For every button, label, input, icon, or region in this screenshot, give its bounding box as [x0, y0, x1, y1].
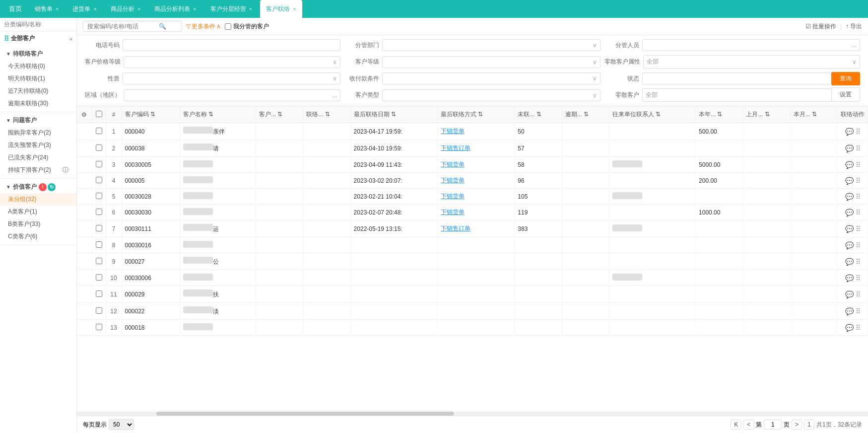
retail-select[interactable]: 全部 ∨	[642, 88, 860, 102]
message-icon[interactable]: 💬	[845, 225, 854, 233]
check-cell[interactable]	[92, 220, 106, 237]
query-button[interactable]: 查询	[831, 72, 860, 85]
close-icon[interactable]: ×	[293, 6, 296, 12]
row-checkbox[interactable]	[96, 161, 102, 167]
select-all-checkbox[interactable]	[96, 111, 102, 117]
scroll-thumb[interactable]	[156, 412, 454, 416]
close-icon[interactable]: ×	[93, 6, 96, 12]
grid-icon[interactable]: ⠿	[856, 225, 861, 233]
nav-tab-purchase[interactable]: 进货单 ×	[67, 0, 102, 18]
attr-select[interactable]: 全部 ∨	[643, 55, 860, 69]
grid-icon[interactable]: ⠿	[856, 290, 861, 298]
level-select[interactable]: ∨	[382, 56, 600, 68]
close-icon[interactable]: ×	[137, 6, 140, 12]
code-col-header[interactable]: 客户编码 ⇅	[122, 106, 180, 123]
row-checkbox[interactable]	[96, 209, 102, 215]
sidebar-item-tomorrow[interactable]: 明天待联络(1)	[0, 72, 76, 85]
region-select[interactable]: ...	[124, 89, 340, 101]
pending-contact-header[interactable]: ▼ 待联络客户	[0, 48, 76, 60]
last-page-btn[interactable]: 1	[804, 420, 814, 430]
check-cell[interactable]	[92, 123, 106, 140]
sidebar-item-ungrouped[interactable]: 未分组(32)	[0, 193, 76, 206]
row-checkbox[interactable]	[96, 225, 102, 231]
company-contact-col-header[interactable]: 往来单位联系人 ⇅	[609, 106, 695, 123]
horizontal-scrollbar[interactable]	[77, 412, 868, 416]
next-page-btn[interactable]: >	[792, 420, 802, 430]
row-checkbox[interactable]	[96, 290, 102, 297]
sidebar-item-declining[interactable]: 持续下滑客户(2) ⓘ	[0, 164, 76, 176]
row-checkbox[interactable]	[96, 274, 102, 281]
check-cell[interactable]	[92, 205, 106, 220]
dept-select[interactable]: ∨	[382, 39, 600, 51]
page-number-input[interactable]	[764, 420, 782, 430]
nav-tab-analysis-list[interactable]: 商品分析列表 ×	[148, 0, 202, 18]
row-checkbox[interactable]	[96, 324, 102, 330]
grid-icon[interactable]: ⠿	[856, 193, 861, 201]
nav-tab-analysis[interactable]: 商品分析 ×	[105, 0, 146, 18]
sidebar-search-input[interactable]	[4, 21, 77, 28]
check-cell[interactable]	[92, 270, 106, 286]
lastdate-col-header[interactable]: 最后联络日期 ⇅	[350, 106, 437, 123]
check-cell[interactable]	[92, 189, 106, 205]
search-icon[interactable]: 🔍	[159, 23, 166, 30]
close-icon[interactable]: ×	[249, 6, 252, 12]
check-cell[interactable]	[92, 286, 106, 303]
message-icon[interactable]: 💬	[845, 177, 854, 185]
lastmonth-col-header[interactable]: 上月... ⇅	[743, 106, 790, 123]
type-col-header[interactable]: 客户... ⇅	[256, 106, 303, 123]
last-method-link[interactable]: 下销货单	[441, 193, 465, 200]
sidebar-item-churned[interactable]: 已流失客户(24)	[0, 151, 76, 164]
last-method-link[interactable]: 下销货单	[441, 177, 465, 184]
last-method-link[interactable]: 下销售订单	[441, 144, 470, 151]
export-btn[interactable]: ↑ 导出	[846, 22, 862, 31]
per-page-select[interactable]: 50 100 200	[109, 419, 134, 430]
grid-icon[interactable]: ⠿	[856, 161, 861, 169]
select-all-col[interactable]	[92, 106, 106, 123]
check-cell[interactable]	[92, 237, 106, 253]
last-method-link[interactable]: 下销货单	[441, 209, 465, 216]
row-checkbox[interactable]	[96, 193, 102, 199]
last-method-link[interactable]: 下销售订单	[441, 225, 470, 232]
message-icon[interactable]: 💬	[845, 209, 854, 216]
reset-button[interactable]: 设置	[831, 87, 860, 102]
my-customers-checkbox[interactable]: 我分管的客户	[225, 22, 269, 31]
grid-icon[interactable]: ⠿	[856, 274, 861, 282]
message-icon[interactable]: 💬	[845, 193, 854, 201]
first-page-btn[interactable]: K	[731, 420, 741, 430]
name-col-header[interactable]: 客户名称 ⇅	[180, 106, 256, 123]
settings-col-header[interactable]: ⚙	[77, 106, 92, 123]
sidebar-item-abnormal[interactable]: 囤购异常客户(2)	[0, 127, 76, 139]
message-icon[interactable]: 💬	[845, 161, 854, 169]
message-icon[interactable]: 💬	[845, 290, 854, 298]
more-conditions-btn[interactable]: ▽ 更多条件 ∧	[186, 22, 221, 31]
sidebar-item-class-b[interactable]: B类客户(33)	[0, 218, 76, 230]
prev-page-btn[interactable]: <	[743, 420, 754, 430]
row-checkbox[interactable]	[96, 307, 102, 314]
close-icon[interactable]: ×	[193, 6, 196, 12]
phone-input[interactable]	[123, 39, 340, 51]
check-cell[interactable]	[92, 253, 106, 270]
nav-home[interactable]: 首页	[4, 4, 27, 13]
grid-icon[interactable]: ⠿	[856, 177, 861, 185]
thismonth-col-header[interactable]: 本月... ⇅	[790, 106, 837, 123]
nav-tab-sales[interactable]: 销售单 ×	[29, 0, 65, 18]
sidebar-item-7days[interactable]: 近7天待联络(0)	[0, 85, 76, 97]
grid-icon[interactable]: ⠿	[856, 209, 861, 216]
last-method-link[interactable]: 下销货单	[441, 161, 465, 168]
row-checkbox[interactable]	[96, 258, 102, 264]
lastmethod-col-header[interactable]: 最后联络方式 ⇅	[438, 106, 515, 123]
batch-operation-btn[interactable]: ☑ 批量操作	[805, 22, 836, 31]
value-customers-header[interactable]: ▼ 价值客户 ! ↻	[0, 181, 76, 193]
nature-select[interactable]: ∨	[123, 72, 340, 84]
notcontact-col-header[interactable]: 未联... ⇅	[515, 106, 562, 123]
custtype-select[interactable]: ∨	[382, 89, 600, 101]
nav-tab-customer-contact[interactable]: 客户联络 ×	[260, 0, 302, 18]
grid-icon[interactable]: ⠿	[856, 258, 861, 266]
nav-tab-customer-segment[interactable]: 客户分层经营 ×	[204, 0, 258, 18]
message-icon[interactable]: 💬	[845, 128, 854, 136]
sidebar-item-overdue[interactable]: 逾期未联络(30)	[0, 97, 76, 110]
sidebar-item-class-c[interactable]: C类客户(6)	[0, 230, 76, 243]
sidebar-item-churn-warning[interactable]: 流失预警客户(3)	[0, 139, 76, 151]
check-cell[interactable]	[92, 173, 106, 189]
check-cell[interactable]	[92, 157, 106, 173]
